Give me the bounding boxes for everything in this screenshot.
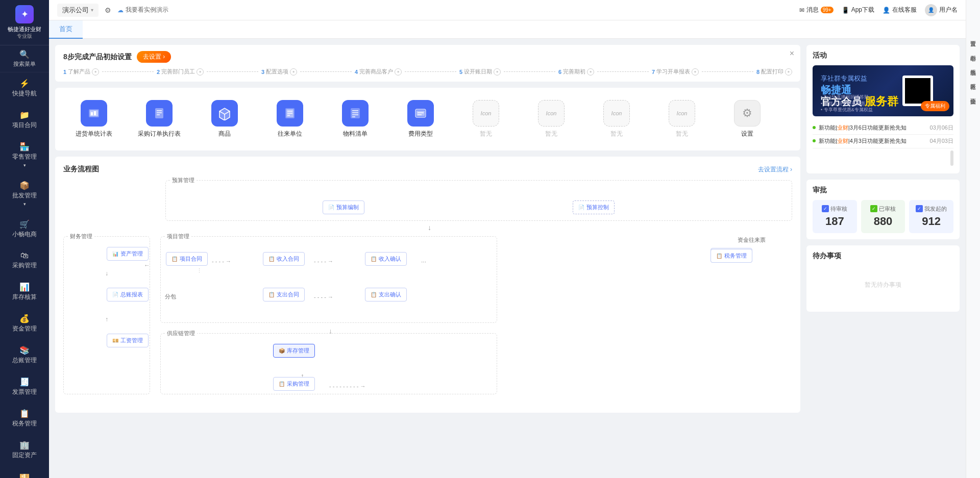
quick-icon-counterparty[interactable]: 往来单位 [259,94,321,144]
approval-card-mine[interactable]: ✓ 我发起的 912 [909,200,953,233]
right-sidebar-help[interactable]: 帮助中心 [967,45,979,57]
right-sidebar-hotline[interactable]: 客服热线 [967,59,979,71]
income-contract-node[interactable]: 📋 收入合同 [263,252,305,266]
demo-link[interactable]: ☁ 我要看实例演示 [117,6,168,14]
project-contract-node[interactable]: 📋 项目合同 [166,252,208,266]
todo-panel: 待办事项 暂无待办事项 [806,245,960,312]
placeholder-icon-8: Icon [538,100,565,127]
svg-rect-3 [94,111,96,115]
placeholder-icon-7: Icon [473,100,499,127]
approval-card-approved[interactable]: ✓ 已审核 880 [861,200,905,233]
right-sidebar-community[interactable]: 服务社区 [967,73,979,86]
approval-cards: ✓ 待审核 187 ✓ 已审核 880 [813,200,953,233]
activity-item-2[interactable]: 新功能|业财|4月3日功能更新抢先知 04月03日 [813,135,953,148]
budget-control-node[interactable]: 📄 预算控制 [573,200,615,214]
setup-step-1: 1 了解产品 ● [63,68,99,76]
setup-close-button[interactable]: × [790,49,794,58]
sidebar-item-wholesale[interactable]: 📦 批发管理 ▾ [0,174,49,213]
message-button[interactable]: ✉ 消息 99+ [799,6,834,14]
quick-icon-expense-type[interactable]: 费用类型 [390,94,451,144]
setup-title-text: 8步完成产品初始设置 [63,53,132,62]
step-circle-7: ● [692,68,699,76]
biz-flow-panel: 业务流程图 去设置流程 › 预算管理 📄 预算编制 [55,157,800,413]
step-circle-5: ● [494,68,501,76]
quick-icons-panel: 进货单统计表 采购订单执行表 商品 [55,88,800,150]
tab-home[interactable]: 首页 [49,20,83,39]
approved-count: 880 [865,215,901,228]
mine-icon: ✓ [916,205,923,212]
right-sidebar-desktop[interactable]: 桌面快捷 [967,88,979,100]
quick-icon-label-5: 物料清单 [343,130,368,138]
expense-contract-node[interactable]: 📋 支出合同 [263,288,305,301]
approval-panel: 审批 ✓ 待审核 187 ✓ 已审核 [806,180,960,239]
quick-icon-placeholder-10[interactable]: Icon 暂无 [651,94,713,144]
quick-icon-bom[interactable]: 物料清单 [325,94,386,144]
settings-icon[interactable]: ⚙ [105,6,111,14]
go-set-flow-link[interactable]: 去设置流程 › [758,165,792,174]
biz-flow-header: 业务流程图 去设置流程 › [63,165,792,174]
general-ledger-node[interactable]: 📄 总账报表 [107,288,149,301]
quick-icon-inbound-stats[interactable]: 进货单统计表 [63,94,125,144]
icons-grid: 进货单统计表 采购订单执行表 商品 [63,94,792,144]
sidebar-item-quick[interactable]: ⚡ 快捷导航 [0,72,49,104]
tax-mgmt-right-node[interactable]: 📋 税务管理 [710,249,752,263]
sidebar-search[interactable]: 🔍 搜索菜单 [0,45,49,72]
step-circle-3: ● [290,68,297,76]
sidebar-item-inventory[interactable]: 📊 库存核算 [0,276,49,308]
settings-gear-icon: ⚙ [734,100,761,127]
online-service-button[interactable]: 👤 在线客服 [883,6,917,14]
sidebar-item-purchase[interactable]: 🛍 采购管理 [0,245,49,276]
inventory-mgmt-node[interactable]: 📦 库存管理 [273,344,315,358]
go-settings-button[interactable]: 去设置 › [137,51,171,63]
content-left: 8步完成产品初始设置 去设置 › 1 了解产品 ● 2 完善部门员工 [55,45,800,472]
right-sidebar-home-settings[interactable]: 首页设置 [967,31,979,43]
approval-card-pending[interactable]: ✓ 待审核 187 [813,200,857,233]
placeholder-icon-9: Icon [603,100,630,127]
sidebar-item-invoice[interactable]: 🧾 发票管理 [0,371,49,402]
quick-icon-placeholder-9[interactable]: Icon 暂无 [586,94,647,144]
sidebar-item-tax[interactable]: 📋 税务管理 [0,402,49,434]
capital-group-label: 资金往来票 [710,236,792,244]
pending-count: 187 [817,215,853,228]
sidebar-item-sales[interactable]: 🏪 零售管理 ▾ [0,136,49,174]
quick-icon-label-9: 暂无 [610,130,623,138]
purchase-mgmt-node[interactable]: 📋 采购管理 [273,377,315,391]
asset-mgmt-node[interactable]: 📊 资产管理 [107,247,149,261]
quick-icon-placeholder-8[interactable]: Icon 暂无 [521,94,582,144]
sidebar-item-ecom[interactable]: 🛒 小畅电商 [0,213,49,245]
quick-icon-placeholder-7[interactable]: Icon 暂无 [455,94,517,144]
payroll-mgmt-node[interactable]: 💴 工资管理 [107,334,149,347]
step-circle-8: ● [785,68,792,76]
app-logo: ✦ 畅捷通好业财 专业版 [0,0,49,45]
message-icon: ✉ [799,7,804,14]
pending-icon: ✓ [822,205,829,212]
avatar: 👤 [925,4,937,16]
todo-empty: 暂无待办事项 [813,265,953,306]
sidebar-item-payroll[interactable]: 💴 工资 [0,466,49,478]
quick-icon-purchase-order[interactable]: 采购订单执行表 [129,94,190,144]
app-download-button[interactable]: 📱 App下载 [842,6,874,14]
sidebar-item-project[interactable]: 📁 项目合同 [0,104,49,136]
user-menu[interactable]: 👤 用户名 [925,4,958,16]
quick-icon-label-1: 进货单统计表 [76,130,112,138]
budget-compile-node[interactable]: 📄 预算编制 [323,200,364,214]
quick-icon-settings[interactable]: ⚙ 设置 [717,94,778,144]
sidebar-item-fixed[interactable]: 🏢 固定资产 [0,434,49,466]
expense-confirm-node[interactable]: 📋 支出确认 [365,288,407,301]
company-selector[interactable]: 演示公司 ▾ [57,4,99,17]
sidebar-item-ledger[interactable]: 📚 总账管理 [0,339,49,371]
join-banner-button[interactable]: 专属福利 [921,101,949,111]
setup-step-8: 8 配置打印 ● [756,68,792,76]
step-circle-6: ● [587,68,594,76]
setup-step-6: 6 完善期初 ● [558,68,594,76]
quick-icon-goods[interactable]: 商品 [194,94,255,144]
activity-item-1[interactable]: 新功能|业财|3月6日功能更新抢先知 03月06日 [813,121,953,135]
activity-dot-1 [813,126,816,129]
activity-dot-2 [813,139,816,142]
sidebar-item-capital[interactable]: 💰 资金管理 [0,308,49,339]
setup-title: 8步完成产品初始设置 去设置 › [63,51,792,63]
todo-title: 待办事项 [813,251,953,261]
content: 8步完成产品初始设置 去设置 › 1 了解产品 ● 2 完善部门员工 [49,39,966,478]
income-confirm-node[interactable]: 📋 收入确认 [365,252,407,266]
topbar: 演示公司 ▾ ⚙ ☁ 我要看实例演示 ✉ 消息 99+ 📱 App下载 [49,0,966,20]
